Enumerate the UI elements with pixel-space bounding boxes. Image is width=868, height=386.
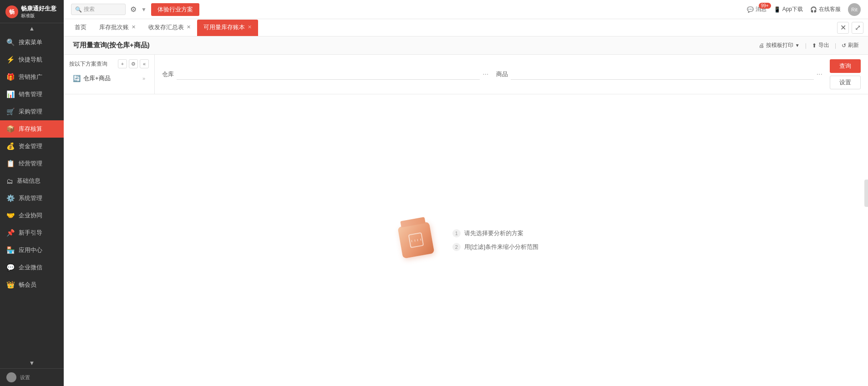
tip-text-2: 用[过滤]条件来缩小分析范围 xyxy=(464,243,538,251)
sidebar-item-app-center[interactable]: 🏪 应用中心 xyxy=(0,242,64,259)
print-label: 按模板打印 xyxy=(766,41,793,49)
online-service-item[interactable]: 🎧 在线客服 xyxy=(810,5,841,13)
tab-receive-close[interactable]: ✕ xyxy=(187,24,191,30)
settings-icon[interactable]: ⚙ xyxy=(130,5,137,14)
warehouse-more-icon[interactable]: ··· xyxy=(482,70,488,78)
add-scheme-btn[interactable]: + xyxy=(118,59,127,68)
app-center-icon: 🏪 xyxy=(6,246,15,254)
tab-batch-close[interactable]: ✕ xyxy=(132,24,136,30)
export-icon: ⬆ xyxy=(812,42,817,49)
tip-num-1: 1 xyxy=(452,229,461,237)
separator2: | xyxy=(835,42,836,49)
filter-scheme-actions: + ⚙ « xyxy=(118,59,149,68)
topbar-search-box[interactable]: 🔍 搜索 xyxy=(71,4,126,15)
filter-section: 按以下方案查询 + ⚙ « 🔄 仓库+商品 » 仓库 ··· 商品 xyxy=(64,55,868,94)
user-avatar-small xyxy=(6,372,16,382)
sidebar-scroll-up[interactable]: ▲ xyxy=(0,23,64,34)
tab-home-label: 首页 xyxy=(75,23,86,31)
empty-tips: 1 请先选择要分析的方案 2 用[过滤]条件来缩小分析范围 xyxy=(452,229,538,251)
sidebar-item-membership[interactable]: 👑 畅会员 xyxy=(0,276,64,293)
brand-icon: 畅 xyxy=(5,5,18,18)
sidebar-nav: 🔍 搜索菜单 ⚡ 快捷导航 🎁 营销推广 📊 销售管理 🛒 采购管理 📦 库存核… xyxy=(0,34,64,358)
sidebar-item-label: 搜索菜单 xyxy=(19,38,42,46)
export-btn[interactable]: ⬆ 导出 xyxy=(812,41,829,49)
product-input[interactable] xyxy=(511,69,814,80)
app-download-icon: 📱 xyxy=(774,6,781,13)
sidebar-scroll-down[interactable]: ▼ xyxy=(0,358,64,368)
tab-available-close[interactable]: ✕ xyxy=(248,24,252,30)
filter-product: 商品 ··· xyxy=(496,69,823,80)
empty-illustration xyxy=(393,217,439,263)
topbar-right: 💬 消息 99+ 📱 App下载 🎧 在线客服 Rit xyxy=(747,3,861,16)
sidebar-item-operations[interactable]: 📋 经营管理 xyxy=(0,155,64,172)
app-download-item[interactable]: 📱 App下载 xyxy=(774,5,803,13)
empty-state: 1 请先选择要分析的方案 2 用[过滤]条件来缩小分析范围 xyxy=(64,94,868,386)
sidebar-item-finance[interactable]: 💰 资金管理 xyxy=(0,138,64,155)
filter-fields: 仓库 ··· 商品 ··· 查询 设置 xyxy=(155,55,868,94)
user-avatar[interactable]: Rit xyxy=(848,3,861,16)
base-info-icon: 🗂 xyxy=(6,177,13,185)
collapse-scheme-btn[interactable]: « xyxy=(140,59,149,68)
box-illustration xyxy=(397,221,434,258)
warehouse-input[interactable] xyxy=(177,69,480,80)
filter-warehouse: 仓库 ··· xyxy=(162,69,489,80)
brand-name: 畅康通好生意 xyxy=(21,5,56,13)
sidebar-item-marketing[interactable]: 🎁 营销推广 xyxy=(0,68,64,86)
quick-nav-icon: ⚡ xyxy=(6,56,15,64)
settings-button[interactable]: 设置 xyxy=(830,76,861,89)
main-content: 🔍 搜索 ⚙ ▼ 体验行业方案 💬 消息 99+ 📱 App下载 🎧 在线客服 … xyxy=(64,0,868,386)
scheme-icon: 🔄 xyxy=(73,75,81,82)
filter-action-buttons: 查询 设置 xyxy=(830,59,861,89)
sidebar-item-base-info[interactable]: 🗂 基础信息 xyxy=(0,172,64,190)
sidebar-item-inventory[interactable]: 📦 库存核算 xyxy=(0,120,64,138)
sidebar-item-label: 畅会员 xyxy=(19,281,36,289)
scheme-item-label: 仓库+商品 xyxy=(83,74,111,82)
username-label: Rit xyxy=(851,7,857,12)
sidebar-item-label: 采购管理 xyxy=(19,108,42,116)
sidebar-item-enterprise-coop[interactable]: 🤝 企业协同 xyxy=(0,207,64,224)
sidebar-username: 设置 xyxy=(20,374,30,381)
tab-batch-account[interactable]: 库存批次账 ✕ xyxy=(93,20,142,36)
box-face xyxy=(408,232,424,248)
sales-icon: 📊 xyxy=(6,90,15,98)
tab-expand-btn[interactable]: ⤢ xyxy=(852,22,863,34)
sidebar-item-label: 基础信息 xyxy=(17,177,41,185)
tab-receive-summary-label: 收发存汇总表 xyxy=(148,23,184,31)
sidebar-item-purchase[interactable]: 🛒 采购管理 xyxy=(0,103,64,120)
sidebar-item-label: 企业微信 xyxy=(19,263,42,272)
sidebar-item-system[interactable]: ⚙️ 系统管理 xyxy=(0,190,64,207)
sidebar-item-enterprise-wechat[interactable]: 💬 企业微信 xyxy=(0,259,64,276)
manage-scheme-btn[interactable]: ⚙ xyxy=(129,59,138,68)
sidebar-item-label: 企业协同 xyxy=(19,211,42,220)
tip-text-1: 请先选择要分析的方案 xyxy=(464,229,523,237)
brand: 畅 畅康通好生意 标准版 xyxy=(5,5,58,19)
tab-close-btn[interactable]: ✕ xyxy=(837,22,849,34)
message-badge: 99+ xyxy=(759,3,771,9)
tab-receive-summary[interactable]: 收发存汇总表 ✕ xyxy=(142,20,197,36)
sidebar: 畅 畅康通好生意 标准版 ▲ 🔍 搜索菜单 ⚡ 快捷导航 🎁 营销推广 📊 销售… xyxy=(0,0,64,386)
sidebar-item-label: 库存核算 xyxy=(19,125,42,133)
export-label: 导出 xyxy=(818,41,829,49)
tip-num-2: 2 xyxy=(452,243,461,251)
refresh-btn[interactable]: ↺ 刷新 xyxy=(842,41,859,49)
system-icon: ⚙️ xyxy=(6,194,15,202)
scheme-item-warehouse-product[interactable]: 🔄 仓库+商品 » xyxy=(69,72,149,85)
tabs-bar: 首页 库存批次账 ✕ 收发存汇总表 ✕ 可用量库存账本 ✕ ✕ ⤢ xyxy=(64,19,868,36)
tab-home[interactable]: 首页 xyxy=(68,20,93,36)
print-btn[interactable]: 🖨 按模板打印 ▼ xyxy=(759,41,800,49)
inventory-icon: 📦 xyxy=(6,125,15,133)
sidebar-item-sales[interactable]: 📊 销售管理 xyxy=(0,86,64,103)
product-more-icon[interactable]: ··· xyxy=(817,70,822,78)
industry-btn[interactable]: 体验行业方案 xyxy=(151,3,199,16)
purchase-icon: 🛒 xyxy=(6,108,15,116)
sidebar-item-newcomer[interactable]: 📌 新手引导 xyxy=(0,224,64,242)
print-dropdown-icon[interactable]: ▼ xyxy=(795,43,800,48)
tab-available-qty[interactable]: 可用量库存账本 ✕ xyxy=(197,20,258,36)
message-item[interactable]: 💬 消息 99+ xyxy=(747,5,766,13)
query-button[interactable]: 查询 xyxy=(830,59,861,73)
sidebar-item-quick-nav[interactable]: ⚡ 快捷导航 xyxy=(0,51,64,68)
sidebar-item-search[interactable]: 🔍 搜索菜单 xyxy=(0,34,64,51)
box-eyes xyxy=(409,233,423,247)
dropdown-arrow-icon[interactable]: ▼ xyxy=(141,6,147,13)
sidebar-footer[interactable]: 设置 xyxy=(0,368,64,386)
